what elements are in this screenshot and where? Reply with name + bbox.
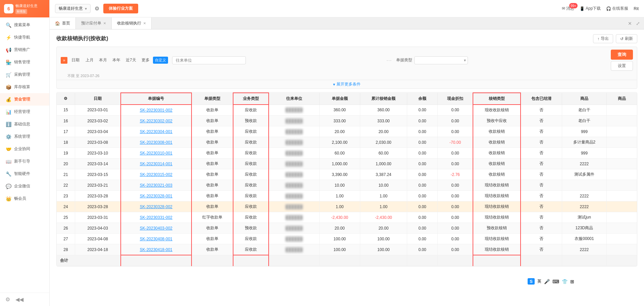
cell-docno[interactable]: SK-20230321-003 xyxy=(121,180,192,191)
setting-btn[interactable]: 设置 xyxy=(611,61,633,71)
cell-docno[interactable]: SK-20230331-002 xyxy=(121,212,192,223)
table-row[interactable]: 20 2023-03-14 SK-20230314-001 收款单 应收款 ██… xyxy=(57,159,637,169)
tab-prepay-close[interactable]: ✕ xyxy=(103,21,106,25)
sidebar-item-5[interactable]: 📦库存核算 xyxy=(0,81,49,93)
filter-toggle-btn[interactable]: » xyxy=(61,57,67,64)
table-row[interactable]: 15 2023-03-01 SK-20230301-002 收款单 应收款 ██… xyxy=(57,105,637,116)
cell-docno[interactable]: SK-20230314-001 xyxy=(121,159,192,169)
filter-date-this-year[interactable]: 本年 xyxy=(110,57,122,64)
table-row[interactable]: 25 2023-03-31 SK-20230331-002 红字收款单 应收款 … xyxy=(57,212,637,223)
table-row[interactable]: 16 2023-03-02 SK-20230302-002 收款单 预收款 ██… xyxy=(57,116,637,126)
sidebar-item-6[interactable]: 💰资金管理 xyxy=(0,93,49,106)
tab-writeoff[interactable]: 收款核销执行 ✕ xyxy=(112,17,152,29)
filter-date-this-month[interactable]: 本月 xyxy=(97,57,109,64)
s-grid-icon[interactable]: ⌨ xyxy=(552,279,559,284)
sidebar-item-3[interactable]: 🏪销售管理 xyxy=(0,56,49,68)
sidebar-item-8[interactable]: ℹ️基础信息 xyxy=(0,118,49,130)
cell-balance: 0.00 xyxy=(407,244,438,255)
collapse-icon[interactable]: ◀◀ xyxy=(15,296,23,303)
cell-docno[interactable]: SK-20230301-002 xyxy=(121,105,192,116)
sidebar-item-7[interactable]: 📊经营管理 xyxy=(0,106,49,118)
sidebar-item-11[interactable]: 📖新手引导 xyxy=(0,155,49,168)
filter-party-input[interactable] xyxy=(172,56,246,64)
th-writetype: 核销类型 xyxy=(473,93,521,105)
table-row[interactable]: 19 2023-03-10 SK-20230310-001 收款单 应收款 ██… xyxy=(57,148,637,159)
table-row[interactable]: 24 2023-03-28 SK-20230328-002 收款单 应收款 ██… xyxy=(57,201,637,212)
cell-cashdis: 0.00 xyxy=(437,180,473,191)
nav-icon-8: ℹ️ xyxy=(5,122,11,127)
tab-home[interactable]: 🏠 首页 xyxy=(50,17,76,29)
cell-docno[interactable]: SK-20230315-002 xyxy=(121,169,192,180)
sidebar-item-14[interactable]: 👑畅会员 xyxy=(0,192,49,205)
nav-icon-11: 📖 xyxy=(5,159,11,164)
company-dropdown[interactable]: 畅康道好生意 ▾ xyxy=(55,4,91,13)
message-btn[interactable]: ✉ 消息 99+ xyxy=(562,6,574,11)
filter-dots[interactable]: ··· xyxy=(387,58,392,63)
table-row[interactable]: 22 2023-03-21 SK-20230321-003 收款单 应收款 ██… xyxy=(57,180,637,191)
cell-docno[interactable]: SK-20230304-001 xyxy=(121,126,192,137)
cell-docno[interactable]: SK-20230418-001 xyxy=(121,244,192,255)
sidebar-item-1[interactable]: ⚡快捷导航 xyxy=(0,31,49,44)
cell-no: 26 xyxy=(57,223,75,234)
cell-docno[interactable]: SK-20230328-001 xyxy=(121,191,192,201)
expand-more-btn[interactable]: ▾ 展开更多条件 xyxy=(57,80,637,88)
party-cell: ██████ xyxy=(285,215,303,220)
table-row[interactable]: 17 2023-03-04 SK-20230304-001 收款单 应收款 ██… xyxy=(57,126,637,137)
sidebar-item-2[interactable]: 📢营销推广 xyxy=(0,44,49,56)
query-btn[interactable]: 查询 xyxy=(611,50,633,60)
cell-balance: 0.00 xyxy=(407,105,438,116)
filter-doctype-select[interactable] xyxy=(414,56,468,64)
th-goods2: 商品 xyxy=(606,93,637,105)
filter-date-7days[interactable]: 近7天 xyxy=(124,57,138,64)
tab-close-all-icon[interactable]: ✕ xyxy=(627,20,633,27)
cell-amount: 20.00 xyxy=(319,126,360,137)
cell-docno[interactable]: SK-20230310-001 xyxy=(121,148,192,159)
app-download-btn[interactable]: 📱 App下载 xyxy=(580,6,601,11)
th-cashdis: 现金折扣 xyxy=(437,93,473,105)
cell-biztype: 应收款 xyxy=(233,148,269,159)
table-row[interactable]: 28 2023-04-18 SK-20230418-001 收款单 应收款 ██… xyxy=(57,244,637,255)
cell-docno[interactable]: SK-20230408-001 xyxy=(121,234,192,244)
tab-prepay[interactable]: 预计应付单 ✕ xyxy=(76,17,112,29)
sidebar-item-10[interactable]: 🤝企业协同 xyxy=(0,143,49,155)
th-no[interactable]: ⚙ xyxy=(57,93,75,105)
th-party: 往来单位 xyxy=(269,93,319,105)
cell-docno[interactable]: SK-20230302-002 xyxy=(121,116,192,126)
cell-biztype: 应收款 xyxy=(233,212,269,223)
tab-expand-icon[interactable]: ⤢ xyxy=(635,20,641,27)
table-row[interactable]: 18 2023-03-08 SK-20230308-001 收款单 应收款 ██… xyxy=(57,137,637,148)
cell-balance: 0.00 xyxy=(407,201,438,212)
sidebar-item-13[interactable]: 💬企业微信 xyxy=(0,180,49,192)
cell-docno[interactable]: SK-20230328-002 xyxy=(121,201,192,212)
sidebar-item-4[interactable]: 🛒采购管理 xyxy=(0,68,49,81)
refresh-btn[interactable]: ↺ 刷新 xyxy=(616,34,637,43)
table-row[interactable]: 21 2023-03-15 SK-20230315-002 收款单 应收款 ██… xyxy=(57,169,637,180)
cell-writetype: 现结收款核销 xyxy=(473,212,521,223)
online-service-btn[interactable]: 🎧 在线客服 xyxy=(606,6,628,11)
nav-label-1: 快捷导航 xyxy=(14,35,30,40)
s-apps-icon[interactable]: ⊞ xyxy=(570,279,574,284)
sidebar-item-9[interactable]: ⚙️系统管理 xyxy=(0,130,49,143)
table-row[interactable]: 27 2023-04-08 SK-20230408-001 收款单 应收款 ██… xyxy=(57,234,637,244)
filter-date-last-month[interactable]: 上月 xyxy=(84,57,96,64)
gear-icon[interactable]: ⚙ xyxy=(95,5,99,12)
settings-icon[interactable]: ⚙ xyxy=(5,296,10,303)
nav-label-8: 基础信息 xyxy=(14,121,30,127)
cell-docno[interactable]: SK-20230308-001 xyxy=(121,137,192,148)
cell-docno[interactable]: SK-20230403-002 xyxy=(121,223,192,234)
filter-date-more[interactable]: 更多 xyxy=(140,57,152,64)
table-row[interactable]: 23 2023-03-28 SK-20230328-001 收款单 应收款 ██… xyxy=(57,191,637,201)
s-mic-icon[interactable]: 🎤 xyxy=(544,279,550,284)
export-btn[interactable]: ↑ 导出 xyxy=(593,34,613,43)
industry-btn[interactable]: 体验行业方案 xyxy=(103,4,138,13)
table-row[interactable]: 26 2023-04-03 SK-20230403-002 收款单 预收款 ██… xyxy=(57,223,637,234)
tab-writeoff-close[interactable]: ✕ xyxy=(143,21,146,25)
party-cell: ██████ xyxy=(285,204,303,209)
sidebar-item-0[interactable]: 🔍搜索菜单 xyxy=(0,19,49,31)
filter-date-custom[interactable]: 自定义 xyxy=(153,57,168,64)
app-name: 畅康道好生意 xyxy=(15,3,38,8)
cell-amount: 1,000.00 xyxy=(319,159,360,169)
sidebar-item-12[interactable]: 🔧智能硬件 xyxy=(0,168,49,180)
s-shirt-icon[interactable]: 👕 xyxy=(562,279,568,284)
cell-incl: 否 xyxy=(521,180,562,191)
